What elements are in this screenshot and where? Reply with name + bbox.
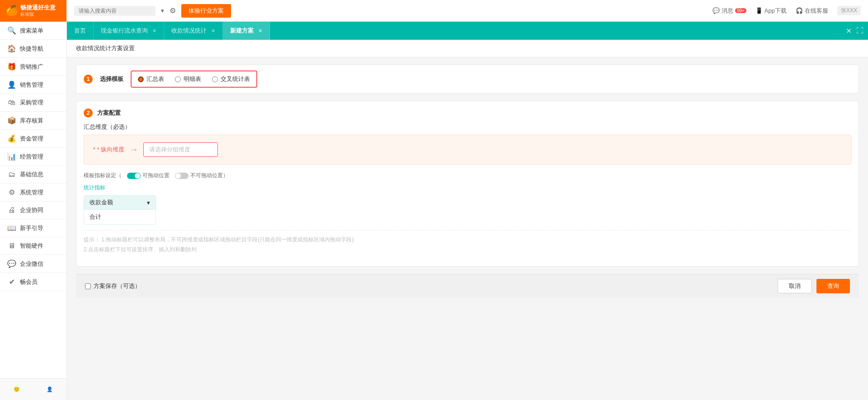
radio-cross[interactable]: 交叉统计表 <box>212 75 250 83</box>
section1-num: 1 <box>84 75 93 84</box>
download-label: App下载 <box>764 7 787 15</box>
sidebar-item-search[interactable]: 🔍 搜索菜单 <box>0 22 66 40</box>
radio-cross-input[interactable] <box>212 76 218 82</box>
hint-line2: 2.点击标题栏下拉可设置排序、插入列和删除列 <box>84 245 851 255</box>
metrics-col-header: 收款金额 <box>90 198 113 207</box>
config-title-row: 2 方案配置 <box>84 108 851 118</box>
movable-toggle[interactable] <box>127 173 141 179</box>
template-options: 汇总表 明细表 交叉统计表 <box>131 71 257 88</box>
section-config: 2 方案配置 汇总维度（必选） * 纵向维度 → 请选择分组维度 <box>76 101 859 267</box>
gear-icon[interactable]: ⚙ <box>170 6 176 15</box>
sidebar-item-label: 系统管理 <box>20 188 43 197</box>
tab-receivables[interactable]: 收款情况统计 ✕ <box>164 22 223 40</box>
radio-detail-input[interactable] <box>175 76 181 82</box>
tab-bank-close[interactable]: ✕ <box>152 28 156 34</box>
tab-bar: 首页 现金银行流水查询 ✕ 收款情况统计 ✕ 新建方案 ✕ ✕ ⛶ <box>67 22 868 40</box>
sidebar-bottom-btn2[interactable]: 👤 <box>33 379 67 400</box>
tab-new-plan-label: 新建方案 <box>230 27 254 35</box>
sidebar-item-sales[interactable]: 👤 销售管理 <box>0 76 66 94</box>
sidebar-item-operations[interactable]: 📊 经营管理 <box>0 148 66 166</box>
book-icon: 📖 <box>7 224 16 232</box>
dimension-vertical-label: * 纵向维度 <box>93 146 124 154</box>
dropdown-icon[interactable]: ▾ <box>161 7 164 14</box>
chart-icon: 📊 <box>7 152 16 161</box>
message-icon: 💬 <box>712 7 720 14</box>
tab-new-plan-close[interactable]: ✕ <box>258 28 262 34</box>
download-icon: 📱 <box>755 7 763 14</box>
industry-button[interactable]: 体验行业方案 <box>181 4 231 18</box>
sidebar-item-enterprise[interactable]: 🖨 企业协同 <box>0 202 66 219</box>
sidebar-bottom-btn1[interactable]: 🙂 <box>0 379 33 400</box>
dimension-subsection: 汇总维度（必选） * 纵向维度 → 请选择分组维度 <box>84 123 851 165</box>
unmovable-toggle[interactable] <box>175 173 189 179</box>
tab-expand-icon[interactable]: ⛶ <box>856 27 863 35</box>
money-icon: 💰 <box>7 134 16 143</box>
tab-close-window-icon[interactable]: ✕ <box>846 27 852 35</box>
monitor-icon: 🖥 <box>7 242 16 250</box>
tab-receivables-label: 收款情况统计 <box>171 27 207 35</box>
toggle-circle <box>135 173 140 179</box>
hint-line1: 提示： 1.拖动标题栏可以调整布局，不可跨维度或指标区域拖动栏目字段(只能在同一… <box>84 235 851 245</box>
sidebar-item-purchase[interactable]: 🛍 采购管理 <box>0 94 66 112</box>
sidebar-item-label: 营销推广 <box>20 63 43 71</box>
radio-detail-label: 明细表 <box>184 75 201 83</box>
unmovable-label: 不可拖动位置） <box>190 172 228 179</box>
radio-detail[interactable]: 明细表 <box>175 75 201 83</box>
metrics-header: 收款金额 ▾ <box>84 196 156 210</box>
dimension-arrow-icon: → <box>130 145 138 155</box>
movable-tag: 可拖动位置 <box>127 172 170 179</box>
content: 收款情况统计方案设置 1 选择模板 汇总表 明细表 <box>67 40 868 400</box>
sidebar-item-inventory[interactable]: 📦 库存核算 <box>0 112 66 130</box>
save-option-label[interactable]: 方案保存（可选） <box>85 282 141 290</box>
user-info[interactable]: 张XXX <box>837 6 861 15</box>
user-icon: 👤 <box>7 80 16 89</box>
stats-label: 统计指标 <box>84 184 851 192</box>
sidebar-item-label: 智能硬件 <box>20 242 43 250</box>
sidebar-logo: 🍊 畅捷通好生意 标准版 <box>0 0 66 22</box>
tab-home[interactable]: 首页 <box>67 22 94 40</box>
printer-icon: 🖨 <box>7 206 16 214</box>
query-button[interactable]: 查询 <box>816 279 850 293</box>
section-template: 1 选择模板 汇总表 明细表 交叉统计表 <box>76 65 859 94</box>
logo-text: 畅捷通好生意 <box>20 4 56 11</box>
breadcrumb-search[interactable] <box>74 6 156 16</box>
tab-new-plan[interactable]: 新建方案 ✕ <box>223 22 270 40</box>
tab-bank[interactable]: 现金银行流水查询 ✕ <box>94 22 164 40</box>
folder-icon: 🗂 <box>7 170 16 179</box>
metrics-label-row: 模板指标设定（ 可拖动位置 不可拖动位置） <box>84 172 851 179</box>
sidebar-item-marketing[interactable]: 🎁 营销推广 <box>0 58 66 76</box>
movable-label: 可拖动位置 <box>142 172 170 179</box>
radio-summary[interactable]: 汇总表 <box>138 75 164 83</box>
sidebar-item-wechat[interactable]: 💬 企业微信 <box>0 255 66 273</box>
radio-summary-input[interactable] <box>138 76 144 82</box>
metrics-dropdown-icon[interactable]: ▾ <box>147 199 150 206</box>
tab-receivables-close[interactable]: ✕ <box>211 28 215 34</box>
dimension-select[interactable]: 请选择分组维度 <box>143 142 218 157</box>
sidebar-item-label: 采购管理 <box>20 99 43 107</box>
save-checkbox[interactable] <box>85 283 91 289</box>
unmovable-circle <box>175 173 181 179</box>
footer-buttons: 取消 查询 <box>778 279 850 293</box>
metrics-row-total: 合计 <box>84 210 156 224</box>
sidebar-item-hardware[interactable]: 🖥 智能硬件 <box>0 237 66 255</box>
notification-badge: 99+ <box>735 8 746 13</box>
save-option-text: 方案保存（可选） <box>94 282 141 290</box>
notification-action[interactable]: 💬 消息 99+ <box>712 7 746 15</box>
sidebar-item-finance[interactable]: 💰 资金管理 <box>0 130 66 148</box>
search-icon: 🔍 <box>7 26 16 35</box>
sidebar-item-guide[interactable]: 📖 新手引导 <box>0 219 66 237</box>
sidebar-item-system[interactable]: ⚙ 系统管理 <box>0 184 66 202</box>
metrics-section: 模板指标设定（ 可拖动位置 不可拖动位置） <box>84 172 851 225</box>
cancel-button[interactable]: 取消 <box>778 279 812 293</box>
sidebar-item-quick-nav[interactable]: 🏠 快捷导航 <box>0 40 66 58</box>
dimension-area: * 纵向维度 → 请选择分组维度 <box>84 135 851 165</box>
download-action[interactable]: 📱 App下载 <box>755 7 787 15</box>
support-label: 在线客服 <box>805 7 828 15</box>
sidebar-item-base-info[interactable]: 🗂 基础信息 <box>0 166 66 184</box>
support-action[interactable]: 🎧 在线客服 <box>796 7 828 15</box>
sidebar-item-label: 企业协同 <box>20 206 43 214</box>
sidebar-item-member[interactable]: ✔ 畅会员 <box>0 273 66 291</box>
radio-summary-label: 汇总表 <box>146 75 164 83</box>
sidebar-item-label: 基础信息 <box>20 170 43 179</box>
home-icon: 🏠 <box>7 44 16 53</box>
